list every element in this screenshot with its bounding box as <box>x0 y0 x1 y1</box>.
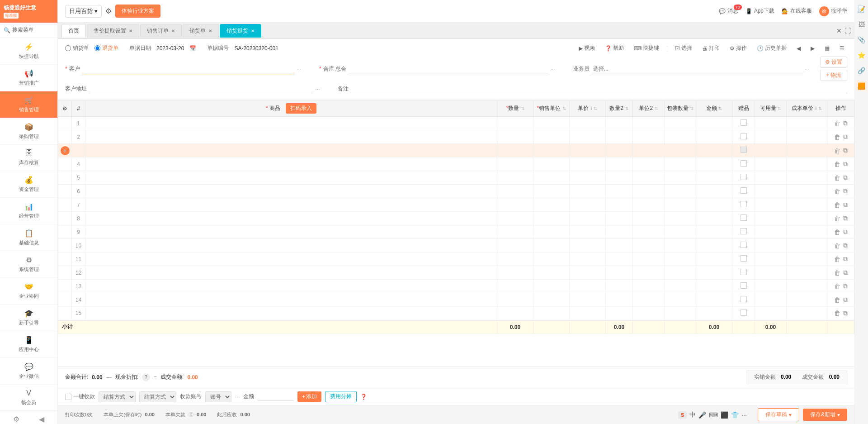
delete-row-icon[interactable]: 🗑 <box>834 296 840 304</box>
amount-sort-icon[interactable]: ⇅ <box>718 106 722 111</box>
copy-row-icon[interactable]: ⧉ <box>843 201 848 209</box>
gift-checkbox[interactable] <box>741 255 747 262</box>
one-click-pay-checkbox[interactable] <box>65 394 71 400</box>
row-qty[interactable] <box>497 144 533 157</box>
row-pack[interactable] <box>665 117 696 130</box>
qr-icon[interactable]: ⬛ <box>721 411 728 419</box>
tab-sales-return-close[interactable]: ✕ <box>251 29 255 33</box>
row-gift[interactable] <box>732 117 755 130</box>
row-unit2[interactable] <box>633 117 665 130</box>
industry-dropdown[interactable]: 日用百货 ▾ <box>65 5 102 18</box>
radio-sales-input[interactable] <box>65 45 71 51</box>
row-qty2[interactable] <box>606 144 633 157</box>
gift-checkbox[interactable] <box>741 201 747 207</box>
unit2-sort-icon[interactable]: ⇅ <box>655 106 658 111</box>
tab-sales[interactable]: 销货单 ✕ <box>183 24 219 38</box>
next-doc-btn[interactable]: ▶ <box>808 44 817 52</box>
shortcut-btn[interactable]: ⌨ 快捷键 <box>631 43 662 53</box>
copy-row-icon[interactable]: ⧉ <box>843 160 848 168</box>
row-pack[interactable] <box>665 130 696 144</box>
print-btn-form[interactable]: 🖨 打印 <box>699 43 722 53</box>
search-menu[interactable]: 🔍 搜索菜单 <box>0 23 57 38</box>
operate-btn[interactable]: ⚙ 操作 <box>727 43 750 53</box>
delete-row-icon[interactable]: 🗑 <box>834 201 840 209</box>
help-btn[interactable]: ❓ 帮助 <box>602 43 627 53</box>
gift-checkbox[interactable] <box>741 310 747 316</box>
delete-row-icon[interactable]: 🗑 <box>834 229 840 236</box>
tab-sales-order-close[interactable]: ✕ <box>171 29 175 33</box>
copy-row-icon[interactable]: ⧉ <box>843 147 848 154</box>
chinese-icon[interactable]: 中 <box>689 411 696 419</box>
copy-row-icon[interactable]: ⧉ <box>843 119 848 127</box>
calc-method-select[interactable]: 结算方式 <box>139 391 176 402</box>
copy-row-icon[interactable]: ⧉ <box>843 255 848 263</box>
settings-form-btn[interactable]: ⚙ 设置 <box>820 57 847 68</box>
row-product[interactable] <box>85 144 497 157</box>
add-row-button[interactable]: + <box>61 146 70 155</box>
row-cost[interactable] <box>787 130 827 144</box>
address-input[interactable] <box>89 85 313 93</box>
warehouse-select-icon[interactable]: ··· <box>551 66 555 72</box>
delete-row-icon[interactable]: 🗑 <box>834 147 840 154</box>
row-unit2[interactable] <box>633 144 665 157</box>
account-select[interactable]: 账号 <box>205 391 231 402</box>
sidebar-item-quick-nav[interactable]: ⚡ 快捷导航 <box>0 38 57 65</box>
gift-checkbox[interactable] <box>741 214 747 221</box>
avail-sort-icon[interactable]: ⇅ <box>778 106 781 111</box>
sidebar-item-member[interactable]: V 畅会员 <box>0 385 57 411</box>
copy-row-icon[interactable]: ⧉ <box>843 133 848 141</box>
close-all-icon[interactable]: ✕ <box>836 27 842 34</box>
row-product[interactable] <box>85 130 497 144</box>
copy-row-icon[interactable]: ⧉ <box>843 296 848 304</box>
sidebar-item-system[interactable]: ⚙ 系统管理 <box>0 251 57 278</box>
gift-checkbox[interactable] <box>741 228 747 234</box>
tab-home[interactable]: 首页 <box>61 24 86 38</box>
mic-icon[interactable]: 🎤 <box>698 411 706 419</box>
row-cost[interactable] <box>787 144 827 157</box>
row-avail[interactable] <box>755 130 787 144</box>
unit-sort-icon[interactable]: ⇅ <box>562 106 566 111</box>
settle-method-select[interactable]: 结算方式 <box>99 391 136 402</box>
row-price[interactable] <box>570 117 606 130</box>
delete-row-icon[interactable]: 🗑 <box>834 310 840 317</box>
gift-checkbox[interactable] <box>741 133 747 139</box>
delete-row-icon[interactable]: 🗑 <box>834 133 840 141</box>
sidebar-item-inventory[interactable]: 🗄 库存核算 <box>0 145 57 171</box>
row-unit[interactable] <box>533 117 570 130</box>
delete-row-icon[interactable]: 🗑 <box>834 256 840 263</box>
collapse-icon[interactable]: ◀ <box>39 415 44 424</box>
scan-button[interactable]: 扫码录入 <box>286 103 316 114</box>
sidebar-item-newbie[interactable]: 🎓 新手引导 <box>0 305 57 331</box>
row-gift[interactable] <box>732 144 755 157</box>
video-btn[interactable]: ▶ 视频 <box>576 43 598 53</box>
save-new-btn[interactable]: 保存&新增 ▾ <box>803 409 847 421</box>
row-unit[interactable] <box>533 130 570 144</box>
warehouse-input[interactable] <box>348 65 549 73</box>
gift-checkbox[interactable] <box>741 269 747 275</box>
gift-checkbox[interactable] <box>741 174 747 180</box>
sidebar-item-app[interactable]: 📱 应用中心 <box>0 331 57 358</box>
notes-icon[interactable]: 📝 <box>856 4 867 14</box>
delete-row-icon[interactable]: 🗑 <box>834 174 840 181</box>
add-payment-btn[interactable]: + 添加 <box>297 391 321 402</box>
sidebar-item-operations[interactable]: 📊 经营管理 <box>0 198 57 224</box>
save-draft-btn[interactable]: 保存草稿 ▾ <box>758 408 799 421</box>
copy-row-icon[interactable]: ⧉ <box>843 228 848 236</box>
row-gift[interactable] <box>732 130 755 144</box>
star-icon[interactable]: ⭐ <box>856 50 867 61</box>
row-price[interactable] <box>570 130 606 144</box>
gift-checkbox[interactable] <box>741 187 747 194</box>
gift-checkbox[interactable] <box>741 282 747 289</box>
active-panel-icon[interactable]: 🟧 <box>856 81 867 91</box>
expand-icon[interactable]: ⛶ <box>844 27 851 34</box>
link-icon[interactable]: 🔗 <box>856 65 867 76</box>
prev-doc-btn[interactable]: ◀ <box>794 44 803 52</box>
account-dots[interactable]: ··· <box>235 394 240 400</box>
gift-checkbox-active[interactable] <box>741 147 747 153</box>
row-amount[interactable] <box>696 130 732 144</box>
radio-return[interactable]: 退货单 <box>94 44 118 52</box>
row-price[interactable] <box>570 144 606 157</box>
tab-sales-order[interactable]: 销售订单 ✕ <box>140 24 182 38</box>
list-view-btn[interactable]: ☰ <box>837 44 847 52</box>
sidebar-item-wechat[interactable]: 💬 企业微信 <box>0 358 57 385</box>
